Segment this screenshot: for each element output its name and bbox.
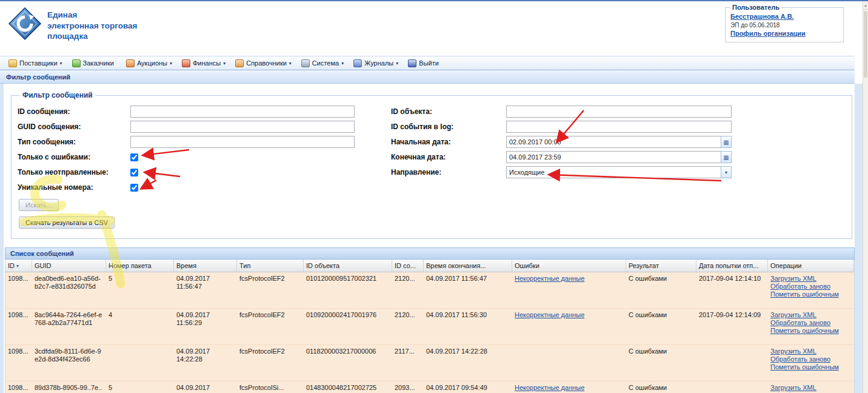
log-event-id-input[interactable] [506,121,732,133]
cert-expiry-text: ЭП до 05.06.2018 [730,21,838,29]
message-guid-input[interactable] [130,121,355,133]
errors-cell: Некорректные данные [512,381,626,393]
result-cell: С ошибками [626,381,696,393]
end-time-cell: 04.09.2017 11:56:47 [424,272,512,308]
unsent-only-checkbox[interactable] [130,169,138,176]
reprocess-link[interactable]: Обработать заново [770,283,852,291]
result-cell: С ошибками [626,272,696,308]
column-header-event-id[interactable]: ID со... [392,260,424,272]
object-id-input[interactable] [506,106,732,118]
list-panel-title: Список сообщений [5,247,855,260]
column-header-result[interactable]: Результат [626,260,696,272]
mark-as-error-link[interactable]: Пометить ошибочным [770,291,852,298]
column-header-type[interactable]: Тип [237,260,304,272]
column-header-retry-date[interactable]: Дата попытки отп... [696,260,768,272]
unique-numbers-checkbox[interactable] [130,184,138,192]
unsent-only-label: Только неотправленные: [18,168,130,176]
error-details-link[interactable]: Некорректные данные [515,311,584,318]
search-button[interactable]: Искать... [19,199,59,211]
table-row: 1098... dea0bed6-ea10-a56d-b2c7-e831d326… [5,272,854,309]
end-date-input[interactable] [506,151,721,163]
event-id-cell: 2117... [392,345,424,381]
customers-icon [72,59,81,67]
message-type-input[interactable] [130,136,355,148]
dictionaries-icon [235,59,244,67]
id-cell: 1098... [5,345,32,381]
download-csv-button[interactable]: Скачать результаты в CSV [19,217,115,229]
message-id-label: ID сообщения: [18,107,130,116]
calendar-icon[interactable] [721,136,732,148]
operations-cell: Загрузить XML Обработать заново Пометить… [768,345,854,381]
retry-date-cell: 2017-09-04 12:14:09 [696,309,768,344]
load-xml-link[interactable]: Загрузить XML [770,311,852,319]
packet-cell: 5 [106,272,174,308]
time-cell: 04.09.2017 [174,381,237,393]
retry-date-cell [696,381,768,393]
column-header-operations[interactable]: Операции [768,260,854,272]
menu-item-logout[interactable]: Выйти [403,58,446,69]
start-date-input[interactable] [506,136,721,148]
grid-body: 1098... dea0bed6-ea10-a56d-b2c7-e831d326… [5,272,854,393]
menu-item-auctions[interactable]: Аукционы ▾ [121,58,177,69]
filter-right-column: ID объекта: ID события в log: Начальная … [391,104,846,229]
load-xml-link[interactable]: Загрузить XML [770,384,852,392]
mark-as-error-link[interactable]: Пометить ошибочным [770,327,852,335]
error-details-link[interactable]: Некорректные данные [515,384,584,391]
suppliers-icon [8,59,17,67]
reprocess-link[interactable]: Обработать заново [770,355,852,363]
sort-desc-icon: ▾ [16,263,19,269]
column-header-id[interactable]: ID ▾ [5,260,32,272]
message-id-input[interactable] [130,106,355,118]
message-type-label: Тип сообщения: [18,138,130,146]
menu-item-journals[interactable]: Журналы ▾ [349,58,403,69]
menu-item-dictionaries[interactable]: Справочники ▾ [230,58,296,69]
direction-label: Направление: [391,168,506,176]
object-id-label: ID объекта: [391,107,506,116]
chevron-down-icon: ▾ [396,61,398,66]
chevron-down-icon: ▾ [60,61,62,66]
filter-panel: Фильтр сообщений ID сообщения: GUID сооб… [11,91,852,239]
error-details-link[interactable]: Некорректные данные [515,275,584,282]
message-guid-label: GUID сообщения: [18,123,130,131]
menu-item-system[interactable]: Система ▾ [296,58,349,69]
time-cell: 04.09.2017 11:56:47 [174,272,237,308]
column-header-packet[interactable]: Номер пакета [106,260,174,272]
filter-left-column: ID сообщения: GUID сообщения: Тип сообще… [18,104,391,229]
guid-cell: 89d378b-8905-99..7e..5 [32,381,106,393]
table-row: 1098... 8ac9644a-7264-e6ef-e768-a2b2a774… [5,309,854,345]
load-xml-link[interactable]: Загрузить XML [770,275,852,283]
menu-item-suppliers[interactable]: Поставщики ▾ [4,58,67,69]
result-cell: С ошибками [626,309,696,344]
messages-list-panel: Список сообщений ID ▾ GUID Номер пакета … [5,247,855,393]
menu-item-customers[interactable]: Заказчики [67,58,121,69]
user-name-link[interactable]: Бесстрашнова А.В. [730,12,838,21]
direction-select[interactable] [506,166,732,178]
chevron-down-icon: ▾ [223,61,225,66]
id-cell: 1098... [5,381,32,393]
column-header-guid[interactable]: GUID [32,260,106,272]
column-header-object-id[interactable]: ID объекта [304,260,392,272]
column-header-errors[interactable]: Ошибки [512,260,626,272]
result-cell: С ошибками [626,345,696,381]
calendar-icon[interactable] [721,151,732,163]
mark-as-error-link[interactable]: Пометить ошибочным [770,363,852,371]
chevron-down-icon: ▾ [170,61,172,66]
filter-panel-legend: Фильтр сообщений [20,91,95,99]
chevron-down-icon[interactable] [721,166,732,178]
reprocess-link[interactable]: Обработать заново [770,319,852,327]
org-profile-link[interactable]: Профиль организации [730,29,838,38]
end-time-cell: 04.09.2017 14:22:28 [424,345,512,381]
errors-only-checkbox[interactable] [130,153,138,161]
menu-item-finance[interactable]: Финансы ▾ [177,58,230,69]
operations-cell: Загрузить XML Обработать заново Пометить… [768,381,854,393]
vertical-scrollbar[interactable] [863,1,868,393]
direction-value-input[interactable] [506,166,721,178]
column-header-end-time[interactable]: Время окончания... [424,260,512,272]
scroll-up-icon[interactable] [863,1,868,10]
column-header-time[interactable]: Время [174,260,237,272]
event-id-cell: 2120... [392,309,424,344]
right-gutter [855,84,863,393]
load-xml-link[interactable]: Загрузить XML [770,348,852,355]
scrollbar-thumb[interactable] [864,11,867,78]
eetp-logo-icon [7,6,42,41]
